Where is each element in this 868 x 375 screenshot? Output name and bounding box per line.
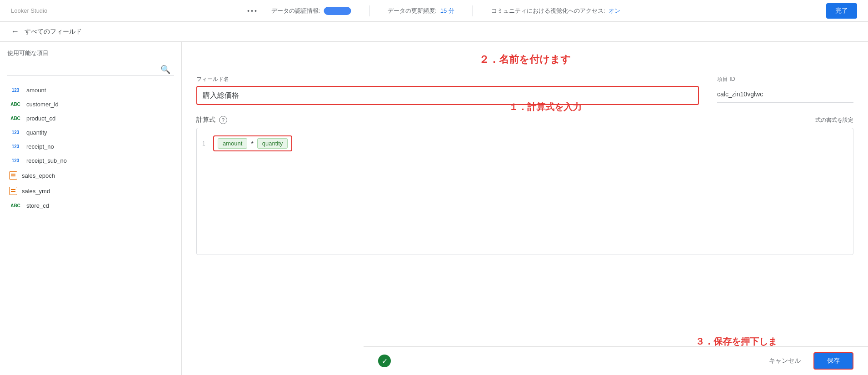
field-name: quantity: [26, 129, 47, 136]
item-id-label: 項目 ID: [717, 75, 853, 83]
sidebar-field-item[interactable]: sales_epoch: [7, 168, 174, 183]
app-logo: Looker Studio: [11, 7, 47, 14]
formula-label: 計算式: [196, 116, 215, 124]
complete-button[interactable]: 完了: [826, 3, 857, 19]
formula-chip-amount: amount: [218, 138, 247, 149]
item-id-value: calc_zin10vglwc: [717, 86, 853, 103]
field-name: receipt_sub_no: [26, 157, 67, 164]
back-arrow-icon[interactable]: ←: [11, 27, 19, 36]
community-info: コミュニティにおける視覚化へのアクセス: オン: [491, 7, 621, 15]
step1-annotation: １．計算式を入力: [509, 101, 582, 113]
field-type-badge: ABC: [9, 102, 22, 107]
step3-annotation: ３．保存を押下しま: [695, 335, 777, 348]
field-name: amount: [26, 87, 46, 94]
sidebar-field-item[interactable]: ABC product_cd: [7, 111, 174, 125]
second-bar: ← すべてのフィールド: [0, 22, 868, 42]
check-icon: ✓: [378, 355, 391, 367]
sidebar-field-item[interactable]: sales_ymd: [7, 183, 174, 199]
field-name-input-wrapper[interactable]: [196, 86, 699, 105]
top-bar-left: Looker Studio: [11, 7, 47, 14]
formula-content: amount * quantity: [213, 135, 292, 151]
field-list: 123 amount ABC customer_id ABC product_c…: [7, 83, 174, 213]
field-type-badge: ABC: [9, 116, 22, 121]
formula-chip-operator: *: [249, 139, 255, 149]
dots-menu-icon[interactable]: [248, 10, 257, 12]
community-value: オン: [609, 7, 620, 15]
community-label: コミュニティにおける視覚化へのアクセス:: [491, 7, 605, 15]
sidebar-field-item[interactable]: ABC store_cd: [7, 199, 174, 213]
sidebar-field-item[interactable]: 123 quantity: [7, 125, 174, 140]
formula-chip-quantity: quantity: [257, 138, 288, 149]
field-name: receipt_no: [26, 143, 54, 150]
formula-line: 1 amount * quantity: [202, 134, 848, 153]
field-type-badge: 123: [9, 158, 22, 163]
divider: [369, 5, 369, 16]
item-id-section: 項目 ID calc_zin10vglwc: [717, 75, 853, 105]
bottom-actions: キャンセル 保存: [763, 352, 853, 370]
field-name: customer_id: [26, 101, 59, 108]
sidebar-field-item[interactable]: 123 receipt_sub_no: [7, 154, 174, 168]
refresh-label: データの更新頻度:: [388, 7, 437, 15]
line-number: 1: [202, 140, 213, 147]
top-bar-center: データの認証情報: データの更新頻度: 15 分 コミュニティにおける視覚化への…: [248, 5, 621, 16]
refresh-value: 15 分: [440, 7, 454, 15]
formula-format-link[interactable]: 式の書式を設定: [815, 116, 853, 124]
sidebar-field-item[interactable]: ABC customer_id: [7, 97, 174, 111]
bottom-bar: ✓ キャンセル 保存: [364, 346, 868, 375]
calendar-icon: [9, 171, 17, 180]
step2-annotation: ２．名前を付けます: [196, 53, 853, 66]
formula-box-outline: amount * quantity: [213, 135, 292, 151]
credentials-label: データの認証情報:: [271, 7, 320, 15]
main-content: 使用可能な項目 🔍 123 amount ABC customer_id ABC…: [0, 42, 868, 375]
field-name: product_cd: [26, 115, 55, 122]
formula-header: 計算式 ? 式の書式を設定: [196, 116, 853, 124]
credentials-badge: [324, 7, 351, 15]
formula-editor[interactable]: 1 amount * quantity: [196, 128, 853, 255]
right-panel: ２．名前を付けます フィールド名 項目 ID calc_zin10vglwc 計…: [182, 42, 868, 375]
page-title: すべてのフィールド: [25, 28, 82, 36]
field-name: store_cd: [26, 202, 49, 209]
divider2: [473, 5, 473, 16]
field-type-badge: ABC: [9, 203, 22, 208]
field-type-badge: 123: [9, 144, 22, 149]
formula-label-row: 計算式 ?: [196, 116, 227, 124]
field-type-badge: 123: [9, 88, 22, 93]
refresh-info: データの更新頻度: 15 分: [388, 7, 454, 15]
credentials-info: データの認証情報:: [271, 7, 351, 15]
sidebar-field-item[interactable]: 123 receipt_no: [7, 140, 174, 154]
field-name: sales_ymd: [22, 188, 50, 195]
field-name: sales_epoch: [22, 172, 55, 179]
save-button[interactable]: 保存: [813, 352, 853, 370]
field-name-label: フィールド名: [196, 75, 699, 83]
search-box[interactable]: 🔍: [7, 63, 174, 76]
search-input[interactable]: [7, 63, 174, 76]
calendar-icon: [9, 187, 17, 195]
cancel-button[interactable]: キャンセル: [763, 353, 806, 369]
help-icon[interactable]: ?: [219, 116, 227, 124]
search-icon[interactable]: 🔍: [160, 65, 170, 75]
sidebar: 使用可能な項目 🔍 123 amount ABC customer_id ABC…: [0, 42, 182, 375]
field-name-section: フィールド名: [196, 75, 699, 105]
field-type-badge: 123: [9, 130, 22, 135]
top-bar: Looker Studio データの認証情報: データの更新頻度: 15 分 コ…: [0, 0, 868, 22]
field-name-input[interactable]: [203, 91, 693, 100]
sidebar-title: 使用可能な項目: [7, 49, 174, 57]
sidebar-field-item[interactable]: 123 amount: [7, 83, 174, 97]
